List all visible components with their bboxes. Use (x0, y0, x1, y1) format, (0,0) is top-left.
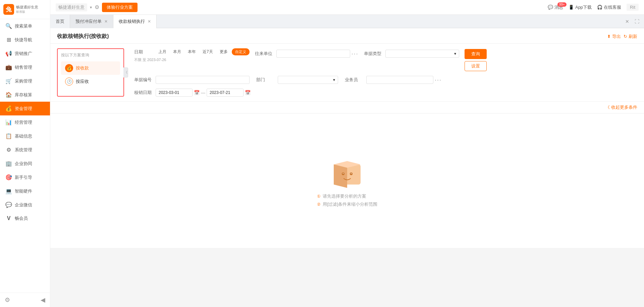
sidebar-item-purchase[interactable]: 🛒 采购管理 (0, 74, 50, 88)
filter-by-receivable[interactable]: 🕐 按应收 (61, 75, 120, 88)
sidebar-item-inventory[interactable]: 🏠 库存核算 (0, 88, 50, 102)
online-service-btn[interactable]: 🎧 在线客服 (597, 4, 621, 10)
sidebar-label-enterprise: 企业协同 (15, 161, 32, 167)
sidebar-item-system[interactable]: ⚙ 系统管理 (0, 143, 50, 157)
empty-hint-1-text: 请先选择要分析的方案 (323, 193, 366, 199)
tab-prepay-close-icon[interactable]: ✕ (104, 19, 108, 24)
date-hint: 不限 至 2023-07-26 (134, 57, 250, 62)
tabs-bar: 首页 预付冲应付单 ✕ 收款核销执行 ✕ ✕ ⛶ (50, 15, 644, 28)
filter-panel-title: 按以下方案查询 (61, 52, 120, 58)
query-button[interactable]: 查询 (465, 49, 487, 59)
sidebar-item-finance[interactable]: 💰 资金管理 (0, 102, 50, 115)
sidebar-item-search[interactable]: 🔍 搜索菜单 (0, 19, 50, 33)
sidebar-item-basic[interactable]: 📋 基础信息 (0, 129, 50, 143)
sidebar-logo: 兔 畅捷通好生意 标准版 (0, 0, 50, 19)
page-title: 收款核销执行(按收款) (57, 33, 109, 40)
date-range-separator: — (201, 90, 205, 95)
date-more[interactable]: 更多 (217, 48, 230, 55)
topbar: 畅捷通好生意 ▾ ⚙ 体验行业方案 💬 消息 99+ 📱 App下载 🎧 在线客… (50, 0, 644, 15)
logo-text: 畅捷通好生意 标准版 (16, 5, 38, 14)
collapse-more-btn[interactable]: 《 收起更多条件 (50, 101, 644, 113)
doc-type-chevron-icon: ▾ (454, 51, 456, 56)
sales-icon: 💼 (5, 64, 12, 70)
salesperson-more-icon[interactable]: ··· (435, 76, 442, 84)
sidebar-label-hardware: 智能硬件 (15, 188, 32, 194)
doc-type-select[interactable]: ▾ (385, 50, 459, 58)
close-tab-icon[interactable]: ✕ (624, 17, 631, 25)
hint-num-2: ② (317, 202, 321, 207)
app-download-label: App下载 (575, 4, 592, 10)
department-select[interactable]: ▾ (278, 76, 338, 84)
empty-hint-1: ① 请先选择要分析的方案 (317, 193, 377, 199)
department-label: 部门 (256, 77, 275, 83)
filter-section: 按以下方案查询 💰 按收款 🕐 按应收 《 (50, 44, 644, 113)
collapse-more-icon: 《 (605, 104, 610, 110)
sidebar-item-wechat[interactable]: 💬 企业微信 (0, 198, 50, 212)
tab-receipt-offset[interactable]: 收款核销执行 ✕ (113, 15, 157, 28)
app-download-btn[interactable]: 📱 App下载 (569, 4, 592, 10)
verify-date-start-calendar-icon[interactable]: 📅 (194, 90, 200, 95)
setting-button[interactable]: 设置 (465, 61, 487, 71)
date-this-year[interactable]: 本年 (185, 48, 199, 55)
filter-left-panel: 按以下方案查询 💰 按收款 🕐 按应收 《 (57, 48, 124, 97)
phone-icon: 📱 (569, 5, 574, 10)
verify-date-end-calendar-icon[interactable]: 📅 (245, 90, 251, 95)
member-icon: V (5, 215, 12, 221)
sidebar-label-guide: 新手引导 (15, 174, 32, 181)
empty-text: ① 请先选择要分析的方案 ② 用[过滤]条件来缩小分析范围 (317, 193, 377, 207)
filter-receipt-label: 按收款 (76, 65, 89, 71)
date-last-7-days[interactable]: 近7天 (200, 48, 216, 55)
filter-by-receipt[interactable]: 💰 按收款 (61, 61, 120, 75)
date-label: 日期 (134, 49, 153, 55)
date-last-month[interactable]: 上月 (156, 48, 169, 55)
salesperson-field: 业务员 ··· (345, 76, 442, 84)
message-btn[interactable]: 💬 消息 99+ (548, 4, 563, 10)
receipt-option-icon: 💰 (65, 64, 73, 72)
guide-icon: 🎯 (5, 174, 12, 181)
sidebar-item-guide[interactable]: 🎯 新手引导 (0, 170, 50, 184)
filter-area: 按以下方案查询 💰 按收款 🕐 按应收 《 (50, 44, 644, 101)
filter-row-2: 单据编号 部门 ▾ (134, 76, 637, 84)
verify-date-start-input[interactable] (156, 89, 193, 97)
industry-btn[interactable]: 体验行业方案 (102, 3, 138, 12)
tab-receipt-close-icon[interactable]: ✕ (148, 19, 151, 24)
sidebar-label-inventory: 库存核算 (15, 92, 32, 98)
sidebar-label-quicknav: 快捷导航 (15, 37, 32, 43)
tab-prepay[interactable]: 预付冲应付单 ✕ (70, 15, 113, 28)
sidebar-nav: 🔍 搜索菜单 ⊞ 快捷导航 📢 营销推广 💼 销售管理 🛒 采购管理 🏠 库存核… (0, 19, 50, 293)
salesperson-input[interactable] (366, 76, 433, 84)
svg-point-4 (351, 173, 352, 174)
doc-type-label: 单据类型 (364, 51, 383, 57)
settings-icon[interactable]: ⚙ (95, 4, 99, 10)
collapse-sidebar-icon[interactable]: ◀ (41, 296, 45, 304)
empty-hint-2-text: 用[过滤]条件来缩小分析范围 (323, 201, 377, 207)
counterparty-more-icon[interactable]: ··· (352, 50, 359, 57)
counterparty-input[interactable] (276, 50, 350, 58)
sidebar-label-basic: 基础信息 (15, 133, 32, 139)
tab-home[interactable]: 首页 (50, 15, 70, 28)
sidebar-item-operation[interactable]: 📊 经营管理 (0, 115, 50, 129)
sidebar-item-marketing[interactable]: 📢 营销推广 (0, 47, 50, 60)
verify-date-range: 📅 — 📅 (156, 89, 251, 97)
sidebar-item-enterprise[interactable]: 🏢 企业协同 (0, 157, 50, 170)
date-custom[interactable]: 自定义 (232, 48, 250, 55)
refresh-label: 刷新 (629, 34, 637, 40)
date-this-month[interactable]: 本月 (170, 48, 184, 55)
purchase-icon: 🛒 (5, 78, 12, 84)
page-actions: ⬆ 导出 ↻ 刷新 (607, 34, 637, 40)
sidebar-item-hardware[interactable]: 💻 智能硬件 (0, 184, 50, 198)
verify-date-end-input[interactable] (207, 89, 244, 97)
dropdown-arrow-icon[interactable]: ▾ (90, 5, 92, 10)
doc-number-input[interactable] (156, 76, 250, 84)
settings-footer-icon[interactable]: ⚙ (5, 296, 10, 304)
sidebar-item-quicknav[interactable]: ⊞ 快捷导航 (0, 33, 50, 47)
sidebar-item-member[interactable]: V 畅会员 (0, 212, 50, 225)
expand-tab-icon[interactable]: ⛶ (633, 17, 641, 25)
user-name[interactable]: Rit (627, 4, 639, 11)
sidebar: 兔 畅捷通好生意 标准版 🔍 搜索菜单 ⊞ 快捷导航 📢 营销推广 💼 销售管理… (0, 0, 50, 307)
refresh-btn[interactable]: ↻ 刷新 (624, 34, 637, 40)
export-btn[interactable]: ⬆ 导出 (607, 34, 621, 40)
collapse-left-btn[interactable]: 《 (123, 67, 128, 78)
sidebar-item-sales[interactable]: 💼 销售管理 (0, 60, 50, 74)
empty-state: ① 请先选择要分析的方案 ② 用[过滤]条件来缩小分析范围 (50, 114, 644, 248)
